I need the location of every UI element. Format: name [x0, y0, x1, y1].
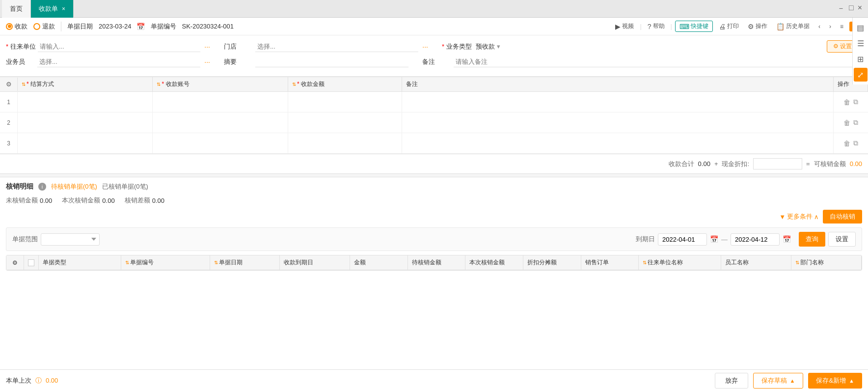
summary-label: 摘要: [224, 57, 253, 66]
shortcut-btn[interactable]: ⌨ 快捷键: [675, 21, 713, 32]
business-type-label: 业务类型: [442, 42, 472, 51]
radio-receive[interactable]: 收款: [6, 22, 27, 31]
tab-receipt-close[interactable]: ×: [62, 5, 65, 12]
done-tab[interactable]: 已核销单据(0笔): [102, 182, 148, 191]
discount-input[interactable]: [753, 158, 802, 169]
store-more-btn[interactable]: ···: [420, 43, 430, 51]
abandon-btn[interactable]: 放弃: [715, 373, 748, 389]
nav-prev-btn[interactable]: ‹: [815, 22, 823, 31]
td-account-1[interactable]: [153, 92, 288, 112]
sort-icon-settle: ⇅: [22, 82, 26, 87]
help-btn[interactable]: ? 帮助: [645, 21, 668, 31]
header-checkbox[interactable]: [28, 259, 34, 266]
td-amount-2[interactable]: [288, 112, 402, 133]
copy-icon-2[interactable]: ⧉: [853, 118, 858, 127]
delete-icon-1[interactable]: 🗑: [843, 98, 850, 106]
sort-icon-dept: ⇅: [795, 260, 799, 265]
sidebar-list-icon[interactable]: ☰: [854, 36, 868, 50]
date-to-calendar-icon[interactable]: 📅: [783, 235, 791, 243]
operation-icon: ⚙: [748, 23, 754, 30]
counterparty-more-btn[interactable]: ···: [202, 43, 212, 51]
bth-settings[interactable]: ⚙: [6, 255, 24, 270]
save-btn[interactable]: 保存&新增 ▲: [808, 373, 862, 389]
query-btn[interactable]: 查询: [799, 232, 825, 247]
discount-label: 现金折扣:: [722, 160, 749, 168]
main-content: 收款 退款 单据日期 2023-03-24 📅 单据编号 SK-20230324…: [0, 18, 868, 391]
range-select[interactable]: [41, 233, 100, 246]
sidebar-expand-icon[interactable]: ⤢: [854, 68, 868, 82]
window-close[interactable]: ×: [858, 3, 862, 14]
td-index-1: 1: [0, 92, 18, 112]
business-type-dropdown[interactable]: ▾: [497, 43, 500, 50]
td-settle-1[interactable]: [18, 92, 153, 112]
sidebar-link-icon[interactable]: ⊞: [854, 52, 868, 66]
td-account-2[interactable]: [153, 112, 288, 133]
summary-input[interactable]: [255, 56, 408, 67]
bth-pending: 待核销金额: [408, 255, 466, 270]
main-table: ⚙ ⇅ 结算方式 ⇅ 收款账号 ⇅ 收款金额 备注 操作 1: [0, 77, 868, 154]
salesperson-label: 业务员: [6, 57, 35, 66]
reconcile-value: 0.00: [850, 160, 862, 168]
nav-next-btn[interactable]: ›: [826, 22, 834, 31]
td-remark-3[interactable]: [402, 133, 834, 153]
td-remark-2[interactable]: [402, 112, 834, 133]
auto-reconcile-btn[interactable]: 自动核销: [823, 210, 862, 223]
th-settings[interactable]: ⚙: [0, 78, 18, 91]
bth-this: 本次核销金额: [465, 255, 523, 270]
copy-icon-3[interactable]: ⧉: [853, 139, 858, 147]
print-btn[interactable]: 🖨 打印: [716, 21, 742, 31]
bottom-bar-left: 本单上次 ⓘ 0.00: [6, 376, 58, 385]
draft-btn[interactable]: 保存草稿 ▲: [753, 373, 804, 389]
radio-refund[interactable]: 退款: [33, 22, 55, 31]
td-account-3[interactable]: [153, 133, 288, 153]
date-calendar-icon[interactable]: 📅: [136, 23, 145, 30]
toolbar: 收款 退款 单据日期 2023-03-24 📅 单据编号 SK-20230324…: [0, 18, 868, 35]
store-label: 门店: [224, 42, 253, 51]
td-remark-1[interactable]: [402, 92, 834, 112]
store-input[interactable]: [255, 41, 418, 52]
salesperson-input[interactable]: [37, 56, 200, 67]
date-to-input[interactable]: [731, 233, 780, 246]
td-actions-3: 🗑 ⧉: [834, 133, 868, 153]
window-maximize[interactable]: □: [849, 3, 854, 14]
th-settle: ⇅ 结算方式: [18, 77, 153, 91]
reconcile-info-icon[interactable]: i: [38, 183, 46, 191]
table-row: 3 🗑 ⧉: [0, 133, 868, 154]
total-value: 0.00: [698, 160, 710, 168]
delete-icon-3[interactable]: 🗑: [843, 140, 850, 147]
form-area: 往来单位 ··· 门店 ··· 业务类型 预收款 ▾ ⚙ 设置: [0, 35, 868, 77]
bottom-info-icon[interactable]: ⓘ: [35, 376, 42, 385]
bottom-bar: 本单上次 ⓘ 0.00 放弃 保存草稿 ▲ 保存&新增 ▲: [0, 369, 868, 391]
td-settle-3[interactable]: [18, 133, 153, 153]
filter-settings-btn[interactable]: 设置: [828, 232, 856, 247]
date-from-input[interactable]: [658, 233, 707, 246]
tab-receipt[interactable]: 收款单 ×: [31, 0, 74, 18]
td-amount-3[interactable]: [288, 133, 402, 153]
list-view-btn[interactable]: ≡: [837, 22, 846, 31]
tab-home[interactable]: 首页: [2, 0, 31, 18]
draft-chevron-icon: ▲: [790, 378, 795, 384]
delete-icon-2[interactable]: 🗑: [843, 119, 850, 127]
remark-input[interactable]: [454, 56, 860, 67]
bth-checkbox[interactable]: [24, 255, 39, 270]
copy-icon-1[interactable]: ⧉: [853, 98, 858, 106]
bth-dept: ⇅ 部门名称: [791, 255, 862, 270]
more-conditions-btn[interactable]: ▼ 更多条件 ∧: [779, 212, 819, 221]
bottom-bar-right: 放弃 保存草稿 ▲ 保存&新增 ▲: [715, 373, 862, 389]
filter-range: 单据范围: [12, 233, 100, 246]
history-btn[interactable]: 📋 历史单据: [773, 21, 813, 31]
print-icon: 🖨: [719, 23, 726, 30]
pending-tab[interactable]: 待核销单据(0笔): [51, 182, 97, 191]
td-amount-1[interactable]: [288, 92, 402, 112]
td-settle-2[interactable]: [18, 112, 153, 133]
window-minimize[interactable]: －: [837, 3, 845, 14]
date-from-calendar-icon[interactable]: 📅: [710, 235, 718, 243]
video-btn[interactable]: ▶ 视频: [612, 21, 637, 31]
sort-icon-company: ⇅: [643, 260, 647, 265]
counterparty-label: 往来单位: [6, 42, 36, 51]
counterparty-input[interactable]: [38, 41, 201, 52]
bth-type: 单据类型: [39, 255, 121, 270]
salesperson-more-btn[interactable]: ···: [202, 58, 212, 66]
sidebar-table-icon[interactable]: ▤: [854, 21, 868, 34]
operation-btn[interactable]: ⚙ 操作: [745, 21, 770, 31]
